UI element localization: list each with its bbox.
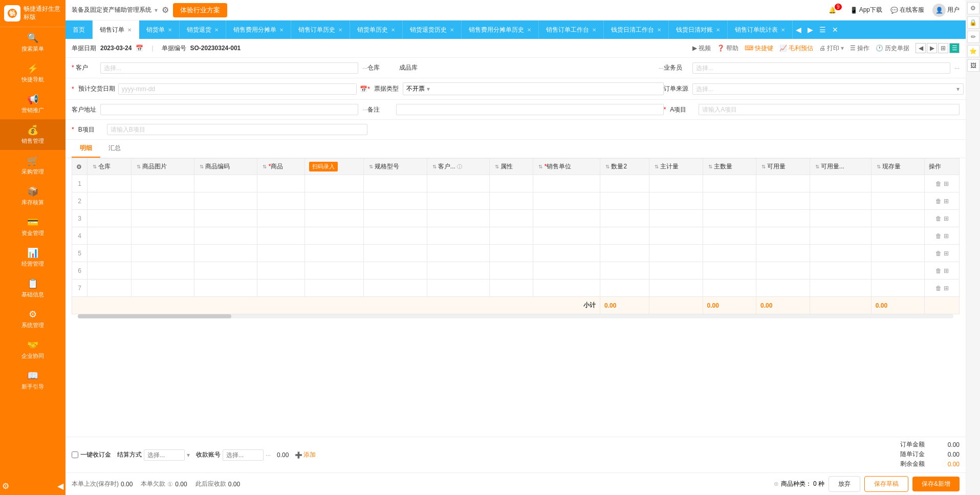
- order-source-input[interactable]: [692, 83, 964, 95]
- right-star-icon[interactable]: ⭐: [967, 45, 979, 57]
- sidebar-settings-icon[interactable]: ⚙: [2, 481, 9, 491]
- right-settings-icon[interactable]: ⚙: [967, 2, 979, 14]
- sidebar-item-purchase[interactable]: 🛒 采购管理: [0, 150, 66, 181]
- warehouse-more-icon[interactable]: ···: [659, 64, 664, 72]
- copy-row-icon[interactable]: ⊞: [944, 198, 949, 205]
- next-record-btn[interactable]: ▶: [927, 43, 937, 53]
- scan-btn[interactable]: 扫码录入: [309, 162, 338, 171]
- payment-arrow-icon[interactable]: ▾: [187, 451, 190, 459]
- cell-available2[interactable]: [810, 175, 871, 192]
- cell-main-unit[interactable]: [649, 175, 703, 192]
- save-new-button[interactable]: 保存&新增: [912, 477, 960, 491]
- delete-row-icon[interactable]: 🗑: [935, 215, 942, 222]
- shortcut-btn[interactable]: ⌨ 快捷键: [745, 44, 773, 53]
- tab-home[interactable]: 首页: [66, 20, 93, 39]
- cell-warehouse[interactable]: [88, 175, 132, 192]
- cell-main-qty[interactable]: [703, 192, 756, 210]
- sidebar-item-enterprise[interactable]: 🤝 企业协同: [0, 334, 66, 365]
- cell-attribute[interactable]: [489, 175, 533, 192]
- cell-product[interactable]: [257, 175, 305, 192]
- detail-tab-mingxi[interactable]: 明细: [72, 140, 100, 158]
- dropdown-arrow-icon[interactable]: ▾: [155, 7, 158, 14]
- tab-cash-workbench[interactable]: 钱货日清工作台 ✕: [604, 20, 669, 39]
- cell-attribute[interactable]: [489, 192, 533, 210]
- b-project-input[interactable]: [107, 124, 368, 135]
- sidebar-collapse-icon[interactable]: ◀: [57, 481, 63, 491]
- one-click-checkbox[interactable]: [72, 451, 78, 458]
- grid-view-btn[interactable]: ⊞: [938, 43, 948, 53]
- history-btn[interactable]: 🕐 历史单据: [876, 44, 909, 53]
- tab-close-icon[interactable]: ✕: [127, 27, 132, 33]
- sidebar-item-marketing[interactable]: 📢 营销推广: [0, 89, 66, 119]
- cell-available[interactable]: [756, 192, 810, 210]
- tab-close-icon[interactable]: ✕: [657, 27, 661, 33]
- cell-qty2[interactable]: [600, 192, 649, 210]
- customer-more-icon[interactable]: ···: [362, 64, 367, 72]
- save-draft-button[interactable]: 保存草稿: [864, 476, 908, 492]
- cell-available2[interactable]: [810, 192, 871, 210]
- tab-cash-reconcile[interactable]: 钱货日清对账 ✕: [669, 20, 728, 39]
- horizontal-scrollbar[interactable]: [78, 314, 953, 318]
- tab-list-btn[interactable]: ☰: [816, 20, 829, 39]
- cell-stock[interactable]: [871, 175, 924, 192]
- sidebar-item-guide[interactable]: 📖 新手引导: [0, 365, 66, 396]
- print-btn[interactable]: 🖨 打印 ▾: [819, 44, 844, 53]
- sidebar-item-finance[interactable]: 💳 资金管理: [0, 211, 66, 242]
- detail-tab-huizong[interactable]: 汇总: [100, 140, 129, 158]
- cell-image[interactable]: [131, 192, 194, 210]
- right-lock-icon[interactable]: 🔒: [967, 16, 979, 29]
- delete-row-icon[interactable]: 🗑: [935, 232, 942, 240]
- invoice-select[interactable]: 不开票 ▾: [403, 82, 664, 95]
- sidebar-item-system[interactable]: ⚙ 系统管理: [0, 304, 66, 334]
- copy-row-icon[interactable]: ⊞: [944, 180, 949, 187]
- delete-row-icon[interactable]: 🗑: [935, 180, 942, 187]
- cell-product[interactable]: [257, 192, 305, 210]
- tab-close-icon[interactable]: ✕: [168, 27, 172, 33]
- delete-row-icon[interactable]: 🗑: [935, 250, 942, 257]
- cell-code[interactable]: [194, 175, 257, 192]
- prev-record-btn[interactable]: ◀: [916, 43, 926, 53]
- solution-button[interactable]: 体验行业方案: [173, 3, 227, 17]
- cell-customer-code[interactable]: [427, 175, 489, 192]
- sidebar-item-basic[interactable]: 📋 基础信息: [0, 273, 66, 304]
- notes-input[interactable]: [396, 104, 663, 115]
- cell-sales-unit[interactable]: [533, 192, 600, 210]
- tab-order-workbench[interactable]: 销售订单工作台 ✕: [539, 20, 604, 39]
- th-settings[interactable]: ⚙: [72, 159, 88, 175]
- action-btn[interactable]: ☰ 操作: [850, 44, 869, 53]
- cell-customer-code[interactable]: [427, 192, 489, 210]
- right-image-icon[interactable]: 🖼: [967, 59, 979, 72]
- sidebar-item-sales[interactable]: 💰 销售管理: [0, 119, 66, 150]
- tab-close-all-btn[interactable]: ✕: [829, 20, 841, 39]
- tab-sales-stats[interactable]: 销售订单统计表 ✕: [728, 20, 793, 39]
- cell-main-qty[interactable]: [703, 175, 756, 192]
- copy-row-icon[interactable]: ⊞: [944, 267, 949, 274]
- cell-warehouse[interactable]: [88, 210, 132, 227]
- cell-image[interactable]: [131, 175, 194, 192]
- salesperson-input[interactable]: [692, 62, 950, 74]
- calendar-icon[interactable]: 📅: [136, 45, 143, 52]
- tab-invoice-history[interactable]: 销货单历史 ✕: [350, 20, 403, 39]
- cell-code[interactable]: [194, 192, 257, 210]
- copy-row-icon[interactable]: ⊞: [944, 285, 949, 292]
- tab-close-icon[interactable]: ✕: [214, 27, 219, 33]
- user-menu[interactable]: 👤 用户: [932, 4, 960, 17]
- cell-qty2[interactable]: [600, 175, 649, 192]
- order-source-arrow-icon[interactable]: ▾: [956, 85, 960, 93]
- copy-row-icon[interactable]: ⊞: [944, 232, 949, 240]
- delete-row-icon[interactable]: 🗑: [935, 267, 942, 274]
- notification-bell[interactable]: 🔔 9: [829, 7, 842, 14]
- salesperson-more-icon[interactable]: ···: [954, 64, 960, 72]
- tab-close-icon[interactable]: ✕: [391, 27, 395, 33]
- sidebar-item-operations[interactable]: 📊 经营管理: [0, 242, 66, 273]
- address-input[interactable]: [100, 104, 358, 115]
- tab-prev-btn[interactable]: ◀: [793, 20, 804, 39]
- profit-btn[interactable]: 📈 毛利预估: [779, 44, 813, 53]
- receipt-account-input[interactable]: [223, 449, 264, 461]
- cell-warehouse[interactable]: [88, 192, 132, 210]
- cell-sales-unit[interactable]: [533, 175, 600, 192]
- copy-row-icon[interactable]: ⊞: [944, 215, 949, 222]
- customer-input[interactable]: [100, 62, 358, 74]
- sidebar-item-quicknav[interactable]: ⚡ 快捷导航: [0, 58, 66, 89]
- tab-close-icon[interactable]: ✕: [338, 27, 342, 33]
